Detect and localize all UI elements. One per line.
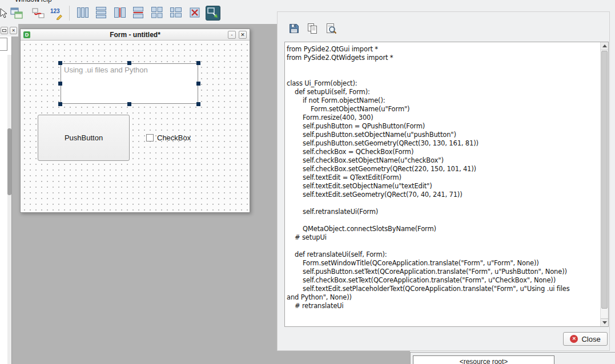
selection-handle[interactable]	[196, 102, 200, 106]
copy-icon[interactable]	[305, 21, 320, 36]
code-view[interactable]: from PySide2.QtGui import * from PySide2…	[284, 42, 609, 327]
scrollbar-thumb[interactable]	[601, 51, 608, 309]
form-canvas[interactable]: Using .ui files and Python PushButton Ch…	[21, 41, 250, 212]
close-button-icon: ✕	[570, 335, 578, 343]
dock-close-button[interactable]: ✕	[10, 27, 17, 34]
widget-box-scrollbar-track[interactable]	[7, 55, 11, 364]
layout-vertical-icon[interactable]	[95, 6, 108, 20]
edit-tab-order-icon[interactable]: 123	[50, 6, 63, 20]
selection-handle[interactable]	[58, 82, 62, 86]
selection-handle[interactable]	[127, 61, 131, 65]
widget-filter-input[interactable]	[0, 38, 7, 51]
widget-box-panel	[0, 37, 12, 364]
edit-signals-slots-icon[interactable]	[10, 6, 23, 20]
edit-widgets-icon[interactable]	[0, 6, 9, 20]
scroll-down-button[interactable]	[601, 318, 608, 326]
selection-handle[interactable]	[58, 102, 62, 106]
dock-float-icon	[2, 29, 6, 32]
checkbox-label: CheckBox	[157, 134, 191, 142]
layout-horizontal-splitter-icon[interactable]	[114, 6, 127, 20]
layout-horizontal-icon[interactable]	[77, 6, 90, 20]
close-button[interactable]: ✕ Close	[563, 332, 608, 346]
arrow-up-icon	[602, 45, 607, 47]
form-window-titlebar[interactable]: D Form - untitled* - ✕	[21, 29, 250, 41]
toolbar-separator	[69, 6, 70, 21]
resource-browser-panel: <resource root>	[410, 352, 615, 364]
form-window-title: Form - untitled*	[21, 29, 250, 41]
find-icon[interactable]	[324, 21, 339, 36]
arrow-down-icon	[602, 321, 607, 324]
designer-form-icon: D	[23, 31, 30, 38]
minimize-button[interactable]: -	[228, 31, 236, 39]
layout-vertical-splitter-icon[interactable]	[132, 6, 146, 20]
checkbox-widget[interactable]: CheckBox	[146, 126, 204, 149]
selection-handle[interactable]	[196, 61, 200, 65]
textedit-widget[interactable]: Using .ui files and Python	[61, 63, 198, 104]
adjust-size-icon[interactable]	[206, 6, 220, 21]
save-icon[interactable]	[287, 21, 302, 36]
close-button-label: Close	[581, 335, 600, 343]
selection-handle[interactable]	[58, 61, 62, 65]
close-window-button[interactable]: ✕	[239, 31, 247, 39]
checkbox-indicator[interactable]	[146, 134, 154, 141]
resource-root-item[interactable]: <resource root>	[413, 355, 554, 364]
svg-text:123: 123	[50, 8, 60, 14]
pushbutton-widget[interactable]: PushButton	[38, 115, 130, 161]
dock-float-button[interactable]	[1, 27, 8, 34]
code-scrollbar[interactable]	[600, 42, 608, 326]
layout-grid-icon[interactable]	[151, 6, 164, 20]
widget-box-scrollbar-thumb[interactable]	[7, 128, 11, 195]
qt-designer-window: Window Help 123	[0, 0, 615, 364]
selection-handle[interactable]	[127, 102, 131, 106]
code-preview-dialog: from PySide2.QtGui import * from PySide2…	[277, 11, 610, 351]
scroll-up-button[interactable]	[601, 42, 608, 50]
selection-handle[interactable]	[196, 82, 200, 86]
break-layout-icon[interactable]	[188, 6, 202, 20]
form-editor-window: D Form - untitled* - ✕ Using .ui files a…	[20, 29, 250, 213]
layout-form-icon[interactable]	[170, 6, 183, 20]
edit-buddies-icon[interactable]	[31, 6, 45, 20]
python-code-text: from PySide2.QtGui import * from PySide2…	[287, 45, 599, 325]
